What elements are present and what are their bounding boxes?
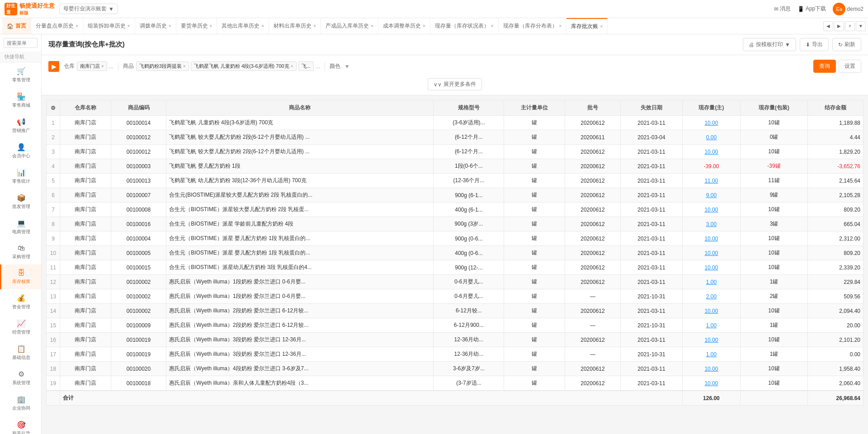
th-expire: 失效日期 <box>620 100 682 116</box>
row-expire: 2021-03-11 <box>620 333 682 347</box>
inventory-label: 库存核算 <box>12 278 30 285</box>
account-dropdown[interactable]: 母婴行业演示账套 ▼ <box>59 4 118 14</box>
refresh-icon: ↻ <box>838 42 843 48</box>
tab-xianzai-kucun[interactable]: 现存量（库存状况表） × <box>430 18 499 34</box>
tab-xianzai-fenbue-close[interactable]: × <box>559 24 562 28</box>
row-qty-main: 3.00 <box>683 217 740 231</box>
tab-chengpin-close[interactable]: × <box>371 24 373 28</box>
members-icon: 👤 <box>17 143 26 151</box>
tab-chengpin[interactable]: 产成品入库单历史 × <box>321 18 378 34</box>
sidebar-item-basic[interactable]: 📋 基础信息 <box>0 340 41 365</box>
query-btn[interactable]: 查询 <box>813 60 836 73</box>
account-label: 母婴行业演示账套 <box>63 5 107 13</box>
row-unit: 罐 <box>504 203 565 217</box>
warehouse-tag-1[interactable]: 南库门店 × <box>77 61 107 71</box>
row-amount: 1,829.20 <box>808 145 863 159</box>
sidebar-item-finance[interactable]: 💰 资金管理 <box>0 289 41 315</box>
tab-home[interactable]: 🏠 首页 <box>2 18 31 34</box>
sidebar-item-wholesale[interactable]: 📦 批发管理 <box>0 189 41 214</box>
sidebar-item-enterprise[interactable]: 🏢 企业协同 <box>0 391 41 416</box>
sidebar-item-system[interactable]: ⚙ 系统管理 <box>0 365 41 391</box>
search-input[interactable] <box>4 38 38 48</box>
product-more-icon[interactable]: ... <box>316 63 320 70</box>
tab-chengben-close[interactable]: × <box>423 24 425 28</box>
sidebar-item-retail-stats[interactable]: 📊 零售统计 <box>0 164 41 189</box>
row-batch: 20200612 <box>565 246 621 260</box>
tab-chengben[interactable]: 成本调整单历史 × <box>378 18 430 34</box>
product-tag-more[interactable]: 飞... <box>298 61 314 71</box>
retail-stats-label: 零售统计 <box>12 178 30 184</box>
row-expire: 2021-10-31 <box>620 318 682 333</box>
tab-tiaopi[interactable]: 调拨单历史 × <box>135 18 176 34</box>
tab-next-btn[interactable]: ▶ <box>834 21 844 31</box>
row-qty-main: 10.00 <box>683 246 740 260</box>
tab-xianzai-fenbu[interactable]: 现存量（库存分布表） × <box>499 18 567 34</box>
th-settings[interactable]: ⚙ <box>47 100 60 116</box>
row-amount: 229.84 <box>808 275 863 289</box>
row-spec: (6-12个月... <box>434 145 504 159</box>
row-warehouse: 南库门店 <box>60 231 111 246</box>
tab-cailiao-close[interactable]: × <box>313 24 316 28</box>
expand-more-btn[interactable]: ∨∨ 展开更多条件 <box>428 78 482 90</box>
sidebar-item-guide[interactable]: 🎯 新手引导 <box>0 416 41 434</box>
color-dropdown-icon[interactable]: ▼ <box>344 63 350 70</box>
sidebar-item-retail-mgmt[interactable]: 🛒 零售管理 <box>0 62 41 88</box>
settings-btn[interactable]: 设置 <box>839 60 861 73</box>
sidebar-item-ecommerce[interactable]: 💻 电商管理 <box>0 214 41 240</box>
tab-kucun-pici[interactable]: 库存批次账 × <box>566 18 608 34</box>
tab-qita-chuku-close[interactable]: × <box>261 24 264 28</box>
tab-xianzai-kucun-close[interactable]: × <box>491 24 494 28</box>
row-qty-main: 10.00 <box>683 304 740 318</box>
sidebar-item-inventory[interactable]: 🗄 库存核算 <box>0 264 41 289</box>
tab-zuche-close[interactable]: × <box>127 24 130 28</box>
export-label: 导出 <box>812 41 823 48</box>
messages-btn[interactable]: ✉ 消息 <box>774 5 791 13</box>
row-expire: 2021-03-11 <box>620 203 682 217</box>
tab-zuche[interactable]: 组装拆卸单历史 × <box>83 18 135 34</box>
th-unit: 主计量单位 <box>504 100 565 116</box>
print-btn[interactable]: 🖨 按模板打印 ▼ <box>743 38 796 51</box>
product-tag-1[interactable]: 飞鹤奶粉3段两提装 × <box>136 61 189 71</box>
row-code: 00100002 <box>111 304 166 318</box>
row-qty-main: 10.00 <box>683 376 740 391</box>
tab-cailiao[interactable]: 材料出库单历史 × <box>269 18 321 34</box>
sidebar-item-purchase[interactable]: 🛍 采购管理 <box>0 240 41 264</box>
tab-fenpan-close[interactable]: × <box>75 24 78 28</box>
sidebar-item-marketing[interactable]: 📢 营销推广 <box>0 113 41 138</box>
row-code: 00100002 <box>111 275 166 289</box>
product-tag-2[interactable]: 飞鹤星飞帆 儿童奶粉 4段(3-6岁适用) 700克 × <box>191 61 297 71</box>
app-download-btn[interactable]: 📱 App下载 <box>797 5 826 13</box>
retail-store-icon: 🏪 <box>17 92 26 101</box>
product-tag-2-remove[interactable]: × <box>291 64 293 69</box>
messages-label: 消息 <box>780 5 791 13</box>
sidebar-item-operations[interactable]: 📈 经营管理 <box>0 315 41 340</box>
sidebar-item-retail-store[interactable]: 🏪 零售商城 <box>0 88 41 113</box>
tab-prev-btn[interactable]: ◀ <box>823 21 833 31</box>
export-btn[interactable]: ⬇ 导出 <box>800 38 829 51</box>
tab-close-btn[interactable]: × <box>845 21 855 31</box>
row-name: 飞鹤星飞帆 较大婴儿配方奶粉 2段(6-12个月婴幼儿适用) ... <box>166 145 434 159</box>
row-spec: (6-12个月... <box>434 130 504 145</box>
row-warehouse: 南库门店 <box>60 116 111 130</box>
total-cell: 26,968.64 <box>808 391 863 406</box>
sidebar-item-members[interactable]: 👤 会员中心 <box>0 138 41 164</box>
row-unit: 罐 <box>504 159 565 174</box>
table-row: 2南库门店00100012飞鹤星飞帆 较大婴儿配方奶粉 2段(6-12个月婴幼儿… <box>47 130 863 145</box>
tab-kucun-pici-close[interactable]: × <box>600 24 603 29</box>
warehouse-more-icon[interactable]: ... <box>109 63 113 70</box>
tab-menu-btn[interactable]: ▼ <box>856 21 866 31</box>
data-table: ⚙ 仓库名称 商品编码 商品名称 规格型号 主计量单位 批号 失效日期 现存量(… <box>46 100 863 406</box>
tab-tiaopi-close[interactable]: × <box>169 24 171 28</box>
refresh-btn[interactable]: ↻ 刷新 <box>832 38 861 51</box>
table-row: 8南库门店00100016合生元（BIOSTIME）派星 学龄前儿童配方奶粉 4… <box>47 217 863 231</box>
expand-arrow-btn[interactable]: ▶ <box>48 61 59 72</box>
row-name: 飞鹤星飞帆 幼儿配方奶粉 3段(12-36个月幼儿适用) 700克 <box>166 174 434 188</box>
tab-qita-chuku[interactable]: 其他出库单历史 × <box>217 18 269 34</box>
app-name: 畅捷通好生意 <box>19 2 55 10</box>
tab-yaohuo[interactable]: 要货单历史 × <box>176 18 217 34</box>
warehouse-tag-1-remove[interactable]: × <box>101 64 104 69</box>
tab-yaohuo-close[interactable]: × <box>210 24 212 28</box>
tab-fenpan[interactable]: 分量盘点单历史 × <box>31 18 83 34</box>
product-tag-1-remove[interactable]: × <box>183 64 186 69</box>
user-profile[interactable]: Ea demo2 <box>833 3 863 15</box>
